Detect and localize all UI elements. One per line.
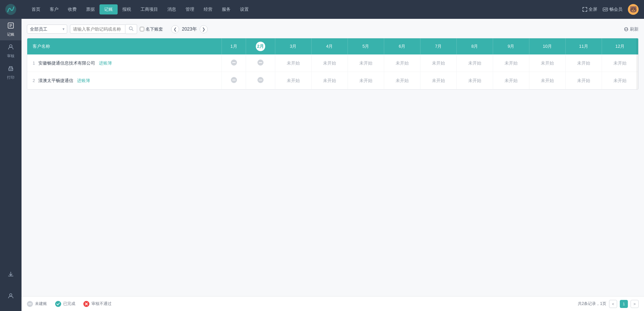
- svg-point-11: [604, 9, 605, 10]
- col-may: 5月: [348, 38, 384, 54]
- app-logo: [0, 0, 22, 19]
- employee-select-wrapper: 全部员工 ▼: [27, 25, 67, 34]
- sidebar-item-accounting[interactable]: 记账: [0, 19, 22, 40]
- legend-red-dot: [83, 301, 89, 307]
- next-page-button[interactable]: >: [631, 300, 639, 308]
- month-10: 未开始: [529, 72, 565, 89]
- year-nav: ❮ 2023年 ❯: [171, 25, 208, 33]
- legend-rejected-label: 审核不通过: [91, 301, 112, 307]
- client-name: 漠澳太平畅捷通信: [38, 78, 73, 83]
- legend-grey-dot: [27, 301, 33, 307]
- sidebar: 记账 审核 打印: [0, 0, 22, 311]
- table-row: 1 安徽畅捷通信息技术有限公司 进账簿: [27, 54, 638, 72]
- table-container: 客户名称 1月 2月 3月 4月 5月 6月 7月 8月 9月 10月 11月 …: [27, 38, 639, 90]
- nav-accounting[interactable]: 记账: [99, 4, 118, 14]
- sidebar-item-user[interactable]: [0, 285, 22, 307]
- month-8: 未开始: [456, 54, 493, 72]
- status-dash-icon: [231, 77, 237, 83]
- fullscreen-button[interactable]: 全屏: [582, 6, 597, 12]
- avatar[interactable]: 🐻: [628, 4, 639, 15]
- fullscreen-label: 全屏: [589, 6, 597, 12]
- checkbox-label[interactable]: 名下账套: [140, 26, 163, 32]
- nav-client[interactable]: 客户: [45, 4, 63, 14]
- member-label: 畅会员: [609, 6, 622, 12]
- sidebar-item-label: 记账: [7, 32, 14, 37]
- sidebar-item-audit[interactable]: 审核: [0, 40, 22, 62]
- refresh-label: 刷新: [630, 26, 639, 32]
- next-year-button[interactable]: ❯: [200, 25, 208, 33]
- page-1-button[interactable]: 1: [620, 300, 628, 308]
- sidebar-item-label: 审核: [7, 53, 14, 59]
- legend-completed-label: 已完成: [63, 301, 75, 307]
- month-2: [246, 72, 275, 89]
- legend-not-built: 未建账: [27, 301, 47, 307]
- pagination-info: 共2条记录，1页: [578, 301, 606, 307]
- row-number: 2: [33, 78, 35, 83]
- nav-operation[interactable]: 经营: [199, 4, 217, 14]
- accounts-table: 客户名称 1月 2月 3月 4月 5月 6月 7月 8月 9月 10月 11月 …: [27, 38, 638, 89]
- svg-point-9: [10, 294, 12, 296]
- nav-settings[interactable]: 设置: [235, 4, 253, 14]
- nav-message[interactable]: 消息: [163, 4, 181, 14]
- prev-page-button[interactable]: <: [609, 300, 617, 308]
- month-9: 未开始: [493, 54, 529, 72]
- svg-line-16: [132, 30, 133, 31]
- month-12: 未开始: [602, 72, 638, 89]
- col-apr: 4月: [311, 38, 348, 54]
- nav-home[interactable]: 首页: [27, 4, 45, 14]
- legend-completed: 已完成: [55, 301, 75, 307]
- svg-rect-24: [259, 80, 262, 80]
- month-11: 未开始: [565, 54, 602, 72]
- legend-teal-dot: [55, 301, 61, 307]
- member-button[interactable]: 畅会员: [603, 6, 622, 12]
- download-icon: [7, 271, 14, 278]
- month-11: 未开始: [565, 72, 602, 89]
- enter-ledger-link[interactable]: 进账簿: [99, 61, 112, 66]
- col-sep: 9月: [493, 38, 529, 54]
- month-5: 未开始: [348, 72, 384, 89]
- refresh-button[interactable]: 刷新: [624, 26, 639, 32]
- pagination: 共2条记录，1页 < 1 >: [578, 300, 639, 308]
- employee-select[interactable]: 全部员工: [27, 25, 67, 34]
- svg-point-8: [12, 68, 12, 69]
- status-dash-icon: [257, 59, 264, 66]
- prev-year-button[interactable]: ❮: [171, 25, 179, 33]
- col-dec: 12月: [602, 38, 638, 54]
- nav-invoice[interactable]: 票据: [81, 4, 99, 14]
- legend-rejected: 审核不通过: [83, 301, 112, 307]
- table-row: 2 漠澳太平畅捷通信 进账簿: [27, 72, 638, 89]
- nav-service[interactable]: 服务: [217, 4, 235, 14]
- month-4: 未开始: [311, 54, 348, 72]
- accounting-icon: [7, 22, 14, 31]
- month-7: 未开始: [420, 54, 456, 72]
- sidebar-item-label: 打印: [7, 75, 14, 80]
- enter-ledger-link[interactable]: 进账簿: [77, 78, 90, 83]
- sidebar-bottom: [0, 264, 22, 311]
- legend-not-built-label: 未建账: [35, 301, 47, 307]
- current-month-badge: 2月: [256, 42, 265, 51]
- sidebar-item-download[interactable]: [0, 264, 22, 285]
- nav-tax[interactable]: 报税: [118, 4, 136, 14]
- top-nav: 首页 客户 收费 票据 记账 报税 工商项目 消息 管理 经营 服务 设置 全屏: [22, 0, 644, 19]
- month-4: 未开始: [311, 72, 348, 89]
- checkbox-text: 名下账套: [146, 26, 163, 32]
- month-7: 未开始: [420, 72, 456, 89]
- sidebar-item-print[interactable]: 打印: [0, 62, 22, 83]
- col-feb: 2月: [246, 38, 275, 54]
- month-3: 未开始: [275, 54, 311, 72]
- col-nov: 11月: [565, 38, 602, 54]
- nav-fee[interactable]: 收费: [63, 4, 81, 14]
- month-1: [222, 72, 246, 89]
- my-accounts-checkbox[interactable]: [140, 27, 144, 31]
- month-10: 未开始: [529, 54, 565, 72]
- col-jun: 6月: [384, 38, 420, 54]
- search-wrapper: [70, 24, 137, 34]
- print-icon: [7, 65, 14, 74]
- svg-rect-7: [9, 69, 12, 70]
- nav-manage[interactable]: 管理: [181, 4, 199, 14]
- status-dash-icon: [257, 77, 264, 83]
- col-aug: 8月: [456, 38, 493, 54]
- status-dash-icon: [231, 59, 237, 66]
- search-button[interactable]: [125, 24, 137, 34]
- nav-business[interactable]: 工商项目: [136, 4, 163, 14]
